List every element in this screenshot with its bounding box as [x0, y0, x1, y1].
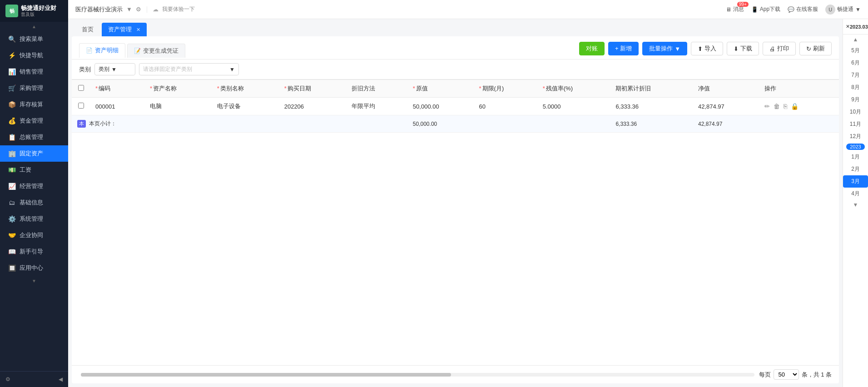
- month-2[interactable]: 2月: [843, 163, 868, 175]
- sidebar-item-guide[interactable]: 📖 新手引导: [0, 243, 68, 260]
- inner-page: 📄 资产明细 📝 变更生成凭证 对账 + 新增: [72, 36, 839, 383]
- td-code: 000001: [90, 98, 144, 115]
- category-select-value[interactable]: 请选择固定资产类别 ▼: [139, 63, 239, 75]
- sidebar-item-sales[interactable]: 📊 销售管理: [0, 64, 68, 80]
- sub-tab-change-voucher[interactable]: 📝 变更生成凭证: [127, 44, 185, 58]
- app-icon: 📱: [751, 6, 758, 13]
- import-button[interactable]: ⬆ 导入: [691, 42, 723, 55]
- td-buy-date: 202206: [279, 98, 346, 115]
- month-7[interactable]: 7月: [843, 69, 868, 81]
- user-menu[interactable]: U 畅捷通 ▼: [825, 5, 861, 15]
- refresh-button[interactable]: ↻ 刷新: [799, 42, 832, 55]
- app-download-button[interactable]: 📱 App下载: [751, 5, 780, 13]
- month-5[interactable]: 5月: [843, 45, 868, 57]
- month-10[interactable]: 10月: [843, 106, 868, 118]
- calendar-scroll-down[interactable]: ▼: [851, 200, 860, 210]
- scrollbar-track[interactable]: [81, 373, 754, 377]
- sidebar-scroll-up[interactable]: ▲: [0, 22, 68, 31]
- ledger-icon: 📋: [8, 134, 16, 141]
- sidebar-scroll-down[interactable]: ▼: [0, 276, 68, 285]
- pagination-bar: 每页 50 100 200 条，共 1 条: [72, 365, 839, 383]
- sidebar-item-inventory[interactable]: 📦 库存核算: [0, 96, 68, 113]
- subtotal-initial-accum: 6,333.36: [610, 115, 693, 133]
- category-type-arrow: ▼: [111, 66, 117, 73]
- sidebar-item-salary[interactable]: 💵 工资: [0, 162, 68, 178]
- sidebar-item-search[interactable]: 🔍 搜索菜单: [0, 31, 68, 47]
- delete-icon[interactable]: 🗑: [774, 103, 780, 110]
- per-page-select[interactable]: 50 100 200: [774, 369, 799, 380]
- td-depreciation: 年限平均: [346, 98, 407, 115]
- print-button[interactable]: 🖨 打印: [763, 42, 796, 55]
- sidebar-item-quicknav[interactable]: ⚡ 快捷导航: [0, 47, 68, 64]
- company-dropdown-icon[interactable]: ▼: [126, 6, 132, 13]
- page-content: 首页 资产管理 ✕ 📄 资产明细 📝 变更生成凭证: [68, 19, 843, 387]
- th-initial-accum: 期初累计折旧: [610, 80, 693, 98]
- month-11[interactable]: 11月: [843, 118, 868, 130]
- sidebar-item-fixedasset[interactable]: 🏢 固定资产: [0, 145, 68, 162]
- experience-label[interactable]: 我要体验一下: [162, 5, 195, 13]
- sidebar-bottom: ⚙ ◀: [0, 371, 68, 387]
- sidebar-item-basic[interactable]: 🗂 基础信息: [0, 194, 68, 211]
- settings-icon[interactable]: ⚙: [5, 376, 10, 382]
- td-action: ✏ 🗑 ⎘ 🔒: [759, 98, 839, 115]
- inventory-icon: 📦: [8, 101, 16, 108]
- table-header-row: *编码 *资产名称 *类别名称 *购买日期 折旧方法 *原值 *期限(月) *残…: [72, 80, 839, 98]
- td-category: 电子设备: [212, 98, 279, 115]
- sub-tab-asset-detail[interactable]: 📄 资产明细: [79, 43, 125, 58]
- copy-icon[interactable]: ⎘: [784, 103, 787, 110]
- tab-home[interactable]: 首页: [75, 23, 100, 36]
- salary-icon: 💵: [8, 166, 16, 174]
- sidebar-item-purchase[interactable]: 🛒 采购管理: [0, 80, 68, 96]
- month-8[interactable]: 8月: [843, 81, 868, 94]
- edit-icon[interactable]: ✏: [764, 103, 770, 110]
- sidebar-item-capital[interactable]: 💰 资金管理: [0, 113, 68, 129]
- reconcile-button[interactable]: 对账: [579, 42, 605, 55]
- month-12[interactable]: 12月: [843, 130, 868, 143]
- capital-icon: 💰: [8, 117, 16, 124]
- sidebar-item-collab[interactable]: 🤝 企业协同: [0, 227, 68, 243]
- online-service-label: 在线客服: [796, 5, 818, 13]
- ops-icon: 📈: [8, 183, 16, 190]
- month-1[interactable]: 1月: [843, 151, 868, 163]
- batch-button[interactable]: 批量操作 ▼: [642, 42, 687, 55]
- message-button[interactable]: 🖥 消息 99+: [726, 5, 744, 13]
- collab-icon: 🤝: [8, 232, 16, 239]
- logo-icon: 畅: [5, 5, 18, 17]
- th-net-value: 净值: [693, 80, 759, 98]
- guide-icon: 📖: [8, 248, 16, 255]
- logo-sub: 普及版: [21, 12, 56, 17]
- sidebar-item-system[interactable]: ⚙️ 系统管理: [0, 211, 68, 227]
- batch-dropdown-icon: ▼: [675, 45, 680, 52]
- table-row: 000001 电脑 电子设备 202206 年限平均 50,000.00 60 …: [72, 98, 839, 115]
- month-6[interactable]: 6月: [843, 57, 868, 69]
- collapse-icon[interactable]: ◀: [59, 376, 63, 382]
- sidebar-item-ops[interactable]: 📈 经营管理: [0, 178, 68, 194]
- tab-bar: 首页 资产管理 ✕: [68, 19, 843, 36]
- subtotal-label: 本 本页小计：: [72, 115, 407, 133]
- print-icon: 🖨: [769, 45, 775, 52]
- apps-icon: 🔲: [8, 264, 16, 272]
- tab-close-icon[interactable]: ✕: [136, 27, 140, 32]
- lock-icon[interactable]: 🔒: [791, 103, 799, 110]
- month-9[interactable]: 9月: [843, 94, 868, 106]
- select-all-checkbox[interactable]: [78, 85, 84, 91]
- download-button[interactable]: ⬇ 下载: [727, 42, 759, 55]
- td-period: 60: [474, 98, 537, 115]
- calendar-close-icon[interactable]: ✕: [846, 24, 850, 30]
- settings-gear-icon[interactable]: ⚙: [136, 6, 141, 13]
- category-select-type[interactable]: 类别 ▼: [94, 63, 135, 75]
- month-4[interactable]: 4月: [843, 188, 868, 200]
- tab-asset[interactable]: 资产管理 ✕: [102, 23, 147, 36]
- row-checkbox[interactable]: [78, 103, 84, 109]
- app-download-label: App下载: [760, 5, 780, 13]
- new-button[interactable]: + 新增: [608, 42, 639, 55]
- online-service-button[interactable]: 💬 在线客服: [788, 5, 818, 13]
- th-checkbox: [72, 80, 90, 98]
- calendar-year-month: 2023.03: [850, 24, 868, 30]
- td-initial-accum: 6,333.36: [610, 98, 693, 115]
- sidebar-item-apps[interactable]: 🔲 应用中心: [0, 260, 68, 276]
- per-page-label: 每页: [759, 371, 771, 379]
- sidebar-item-ledger[interactable]: 📋 总账管理: [0, 129, 68, 145]
- calendar-scroll-up[interactable]: ▲: [851, 35, 860, 45]
- month-3[interactable]: 3月: [843, 175, 868, 188]
